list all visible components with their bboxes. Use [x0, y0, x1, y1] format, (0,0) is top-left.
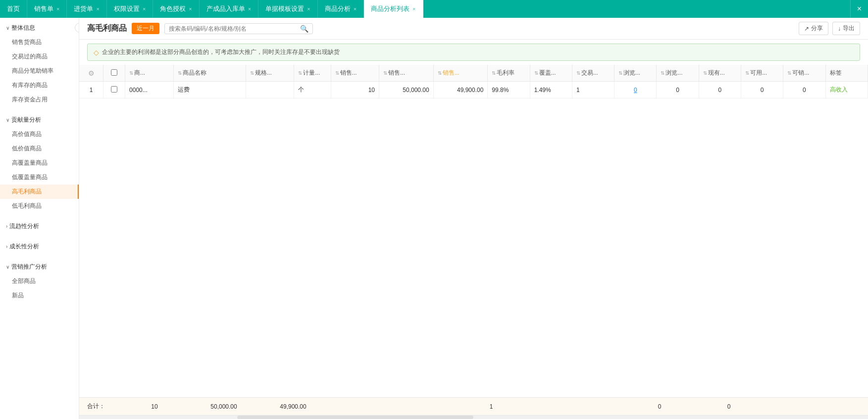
sidebar-item-new-goods[interactable]: 新品	[0, 288, 79, 303]
close-analysis-tab[interactable]: ×	[354, 6, 357, 12]
close-template-tab[interactable]: ×	[307, 6, 310, 12]
nav-tab-template[interactable]: 单据模板设置 ×	[258, 0, 317, 18]
sidebar-item-all-goods[interactable]: 全部商品	[0, 274, 79, 288]
row-checkbox[interactable]	[111, 86, 117, 93]
share-button[interactable]: ↗ 分享	[799, 22, 828, 35]
sidebar-item-sales-goods[interactable]: 销售货商品	[0, 35, 79, 49]
cell-browse1[interactable]: 0	[614, 82, 657, 98]
col-coverage-header[interactable]: ⇅覆盖...	[530, 65, 572, 82]
col-trade-header[interactable]: ⇅交易...	[572, 65, 614, 82]
col-checkbox-header[interactable]	[103, 65, 125, 82]
sidebar-item-high-value[interactable]: 高价值商品	[0, 127, 79, 141]
nav-tab-purchase[interactable]: 进货单 ×	[67, 0, 106, 18]
sidebar-item-traded-goods[interactable]: 交易过的商品	[0, 49, 79, 64]
nav-tab-analysis-list[interactable]: 商品分析列表 ×	[364, 0, 423, 18]
col-current-header[interactable]: ⇅现有...	[699, 65, 741, 82]
settings-icon[interactable]: ⚙	[88, 69, 95, 77]
col-settings-header[interactable]: ⚙	[79, 65, 103, 82]
close-analysis-list-tab[interactable]: ×	[412, 6, 415, 12]
alert-box: ◇ 企业的主要的利润都是这部分商品创造的，可考虑加大推广，同时关注库存是不要出现…	[87, 44, 860, 61]
col-gross-rate-header[interactable]: ⇅毛利率	[488, 65, 530, 82]
arrow-down-marketing: ∨	[6, 264, 9, 270]
cell-index: 1	[79, 82, 103, 98]
col-sales-profit-header[interactable]: ⇅销售...	[433, 65, 488, 82]
close-roles-tab[interactable]: ×	[189, 6, 192, 12]
close-purchase-tab[interactable]: ×	[96, 6, 99, 12]
table-header-row: ⚙ ⇅商... ⇅商品名称 ⇅规格...	[79, 65, 868, 82]
footer-sales-profit: 49,900.00	[273, 403, 313, 410]
col-name-header[interactable]: ⇅商品名称	[173, 65, 246, 82]
main-layout: 《 ∨ 整体信息 销售货商品 交易过的商品 商品分笔助销率 有库存的商品 库存资…	[0, 18, 868, 419]
cell-checkbox[interactable]	[103, 82, 125, 98]
close-product-tab[interactable]: ×	[248, 6, 251, 12]
col-tag-header[interactable]: 标签	[825, 65, 868, 82]
col-sales-amt-header[interactable]: ⇅销售...	[379, 65, 434, 82]
sort-icon-trade: ⇅	[576, 70, 580, 76]
nav-tab-permissions[interactable]: 权限设置 ×	[107, 0, 153, 18]
nav-tab-product-inbound[interactable]: 产成品入库单 ×	[200, 0, 258, 18]
search-input[interactable]	[169, 25, 298, 32]
nav-tab-home[interactable]: 首页	[0, 0, 27, 18]
table-row: 1 0000... 运费 个 10 50,000.00 49,900.00 99…	[79, 82, 868, 98]
export-button[interactable]: ↓ 导出	[832, 22, 860, 35]
sidebar-item-low-margin[interactable]: 低毛利商品	[0, 199, 79, 213]
top-nav: 首页 销售单 × 进货单 × 权限设置 × 角色授权 × 产成品入库单 × 单据…	[0, 0, 868, 18]
footer-label: 合计：	[87, 402, 105, 411]
sidebar-group-overview-title[interactable]: ∨ 整体信息	[0, 21, 79, 35]
cell-sellable: 0	[783, 82, 825, 98]
close-permissions-tab[interactable]: ×	[143, 6, 146, 12]
sidebar-item-low-value[interactable]: 低价值商品	[0, 141, 79, 156]
close-sales-tab[interactable]: ×	[56, 6, 59, 12]
col-spec-header[interactable]: ⇅规格...	[246, 65, 294, 82]
sidebar: 《 ∨ 整体信息 销售货商品 交易过的商品 商品分笔助销率 有库存的商品 库存资…	[0, 18, 79, 419]
cell-unit: 个	[294, 82, 331, 98]
nav-tab-roles[interactable]: 角色授权 ×	[153, 0, 199, 18]
sidebar-item-assist-sales-rate[interactable]: 商品分笔助销率	[0, 64, 79, 78]
col-browse2-header[interactable]: ⇅浏览...	[657, 65, 699, 82]
sidebar-group-marketing-title[interactable]: ∨ 营销推广分析	[0, 260, 79, 274]
sidebar-group-marketing: ∨ 营销推广分析 全部商品 新品	[0, 257, 79, 306]
col-sales-qty-header[interactable]: ⇅销售...	[331, 65, 379, 82]
sidebar-item-stock-fund[interactable]: 库存资金占用	[0, 93, 79, 107]
sidebar-group-contribution-title[interactable]: ∨ 贡献量分析	[0, 113, 79, 127]
sidebar-item-low-coverage[interactable]: 低覆盖量商品	[0, 170, 79, 185]
col-code-header[interactable]: ⇅商...	[125, 65, 173, 82]
sidebar-group-contribution: ∨ 贡献量分析 高价值商品 低价值商品 高覆盖量商品 低覆盖量商品 高毛利商品 …	[0, 110, 79, 216]
sidebar-group-trend-title[interactable]: › 流趋性分析	[0, 219, 79, 233]
sidebar-group-trend: › 流趋性分析	[0, 216, 79, 236]
col-sellable-header[interactable]: ⇅可销...	[783, 65, 825, 82]
sort-icon-browse1: ⇅	[618, 70, 622, 76]
sort-icon-spec: ⇅	[250, 70, 254, 76]
col-unit-header[interactable]: ⇅计量...	[294, 65, 331, 82]
header-actions: ↗ 分享 ↓ 导出	[799, 22, 860, 35]
sidebar-item-high-margin[interactable]: 高毛利商品	[0, 185, 79, 199]
cell-sales-profit: 49,900.00	[433, 82, 488, 98]
col-browse1-header[interactable]: ⇅浏览...	[614, 65, 657, 82]
close-all-tabs[interactable]: ×	[850, 0, 868, 18]
cell-tag: 高收入	[825, 82, 868, 98]
export-icon: ↓	[838, 25, 841, 32]
cell-browse2: 0	[657, 82, 699, 98]
nav-tab-sales[interactable]: 销售单 ×	[27, 0, 67, 18]
nav-tab-analysis[interactable]: 商品分析 ×	[318, 0, 364, 18]
col-available-header[interactable]: ⇅可用...	[741, 65, 783, 82]
sidebar-item-high-coverage[interactable]: 高覆盖量商品	[0, 156, 79, 170]
content-header: 高毛利商品 近一月 🔍 ↗ 分享 ↓ 导出	[79, 18, 868, 40]
sidebar-group-growth-title[interactable]: › 成长性分析	[0, 239, 79, 254]
arrow-right-trend: ›	[6, 224, 7, 229]
arrow-right-growth: ›	[6, 244, 7, 249]
select-all-checkbox[interactable]	[111, 69, 117, 76]
filter-period-button[interactable]: 近一月	[132, 23, 159, 34]
cell-sales-amt: 50,000.00	[379, 82, 434, 98]
sidebar-item-in-stock-goods[interactable]: 有库存的商品	[0, 78, 79, 93]
alert-icon: ◇	[94, 48, 99, 56]
sort-icon-available: ⇅	[745, 70, 749, 76]
search-icon[interactable]: 🔍	[300, 25, 308, 33]
sidebar-group-overview: ∨ 整体信息 销售货商品 交易过的商品 商品分笔助销率 有库存的商品 库存资金占…	[0, 18, 79, 110]
arrow-down-overview: ∨	[6, 25, 9, 31]
sort-icon-name: ⇅	[178, 70, 182, 76]
sort-icon-gross: ⇅	[492, 70, 496, 76]
horizontal-scrollbar[interactable]	[79, 415, 868, 419]
share-icon: ↗	[804, 25, 809, 32]
sort-icon-coverage: ⇅	[534, 70, 538, 76]
